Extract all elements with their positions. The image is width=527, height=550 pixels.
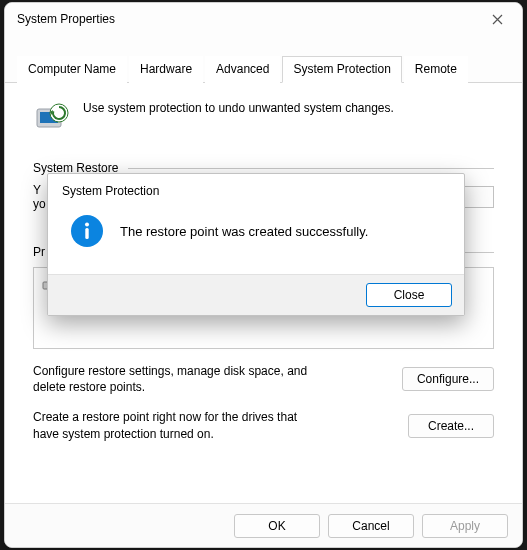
system-protection-icon (33, 99, 69, 135)
svg-point-6 (85, 223, 89, 227)
info-icon (70, 214, 104, 248)
dialog-footer: Close (48, 274, 464, 315)
close-button[interactable]: Close (366, 283, 452, 307)
system-restore-text: Y yo (33, 183, 46, 211)
close-icon[interactable] (480, 7, 514, 31)
tab-system-protection[interactable]: System Protection (282, 56, 401, 83)
tab-remote[interactable]: Remote (404, 56, 468, 83)
cancel-button[interactable]: Cancel (328, 514, 414, 538)
window-title: System Properties (17, 12, 115, 26)
dialog-message: The restore point was created successful… (120, 224, 368, 239)
tab-advanced[interactable]: Advanced (205, 56, 280, 83)
create-button[interactable]: Create... (408, 414, 494, 438)
dialog-footer: OK Cancel Apply (5, 503, 522, 547)
tab-hardware[interactable]: Hardware (129, 56, 203, 83)
intro-text: Use system protection to undo unwanted s… (83, 99, 394, 115)
configure-button[interactable]: Configure... (402, 367, 494, 391)
create-row: Create a restore point right now for the… (33, 409, 494, 441)
tab-strip: Computer Name Hardware Advanced System P… (5, 55, 522, 83)
create-text: Create a restore point right now for the… (33, 409, 323, 441)
tab-computer-name[interactable]: Computer Name (17, 56, 127, 83)
titlebar: System Properties (5, 3, 522, 35)
system-protection-dialog: System Protection The restore point was … (47, 173, 465, 316)
intro-row: Use system protection to undo unwanted s… (33, 95, 494, 145)
system-properties-window: System Properties Computer Name Hardware… (4, 2, 523, 548)
dialog-title: System Protection (48, 174, 464, 204)
configure-row: Configure restore settings, manage disk … (33, 363, 494, 395)
svg-rect-7 (85, 228, 88, 239)
configure-text: Configure restore settings, manage disk … (33, 363, 323, 395)
ok-button[interactable]: OK (234, 514, 320, 538)
protection-settings-heading: Pr (33, 245, 45, 259)
apply-button[interactable]: Apply (422, 514, 508, 538)
divider (128, 168, 494, 169)
dialog-body: The restore point was created successful… (48, 204, 464, 274)
